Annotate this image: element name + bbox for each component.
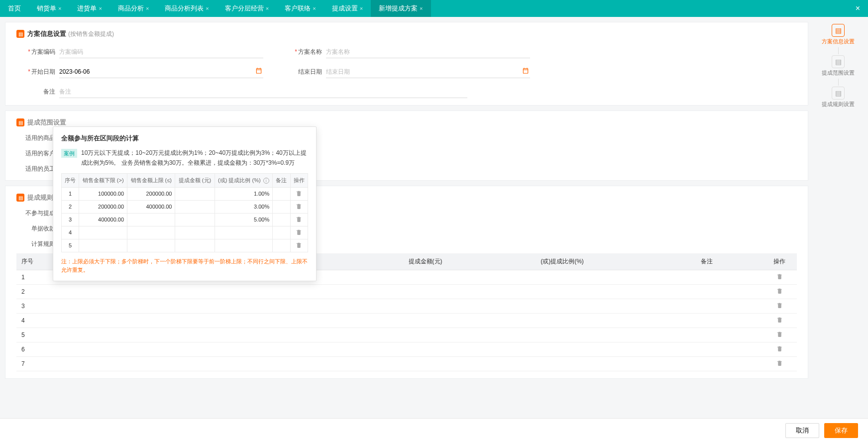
- plan-name-input[interactable]: [326, 45, 530, 58]
- td[interactable]: [243, 285, 404, 299]
- delete-icon[interactable]: [296, 230, 302, 236]
- tab-close-icon[interactable]: ×: [206, 0, 209, 17]
- tab-8[interactable]: 新增提成方案×: [371, 0, 431, 17]
- top-tab-bar: 首页销货单×进货单×商品分析×商品分析列表×客户分层经营×客户联络×提成设置×新…: [0, 0, 868, 17]
- td[interactable]: [536, 270, 696, 285]
- anchor-item-1[interactable]: ▤提成范围设置: [813, 55, 863, 77]
- tab-4[interactable]: 商品分析列表×: [157, 0, 217, 17]
- anchor-item-0[interactable]: ▤方案信息设置: [813, 24, 863, 45]
- td: [762, 270, 797, 285]
- tab-close-icon[interactable]: ×: [58, 0, 61, 17]
- td[interactable]: [536, 299, 696, 314]
- table-row: 3400000.005.00%: [62, 213, 308, 226]
- delete-icon[interactable]: [776, 289, 783, 296]
- table-row: 7: [16, 357, 797, 371]
- tab-0[interactable]: 首页: [0, 0, 29, 17]
- delete-icon[interactable]: [776, 303, 783, 310]
- tab-1[interactable]: 销货单×: [29, 0, 69, 17]
- th: 备注: [273, 173, 290, 187]
- td[interactable]: [83, 314, 243, 328]
- td[interactable]: [696, 342, 762, 357]
- td: 5: [62, 239, 79, 252]
- td[interactable]: [404, 299, 536, 314]
- td[interactable]: [696, 285, 762, 299]
- td[interactable]: [404, 328, 536, 342]
- td[interactable]: [696, 328, 762, 342]
- td[interactable]: [243, 342, 404, 357]
- td[interactable]: [536, 328, 696, 342]
- field-label: 适用的客户: [16, 149, 55, 158]
- td[interactable]: [696, 299, 762, 314]
- td[interactable]: [404, 357, 536, 371]
- panel-title: 方案信息设置: [27, 29, 66, 38]
- td[interactable]: [243, 299, 404, 314]
- delete-icon[interactable]: [776, 318, 783, 325]
- tab-7[interactable]: 提成设置×: [324, 0, 371, 17]
- panel-subtitle: (按销售金额提成): [68, 30, 114, 38]
- td[interactable]: [404, 285, 536, 299]
- field-label: 计算规则: [16, 240, 55, 248]
- delete-icon[interactable]: [296, 218, 302, 223]
- td[interactable]: [536, 285, 696, 299]
- td[interactable]: [243, 314, 404, 328]
- table-row: 4: [62, 226, 308, 239]
- td[interactable]: [536, 314, 696, 328]
- remark-input[interactable]: [59, 85, 467, 98]
- tab-2[interactable]: 进货单×: [69, 0, 109, 17]
- delete-icon[interactable]: [776, 346, 783, 353]
- td[interactable]: [696, 314, 762, 328]
- td[interactable]: [404, 270, 536, 285]
- tab-3[interactable]: 商品分析×: [110, 0, 157, 17]
- td: [215, 226, 273, 239]
- field-label: 方案编码: [31, 48, 55, 55]
- td[interactable]: [83, 342, 243, 357]
- td[interactable]: [243, 357, 404, 371]
- field-label: 不参与提成: [16, 209, 55, 218]
- td[interactable]: [536, 357, 696, 371]
- td: 3: [16, 299, 83, 314]
- field-label: 备注: [43, 88, 55, 95]
- tab-close-icon[interactable]: ×: [313, 0, 316, 17]
- plan-code-input[interactable]: [59, 45, 263, 58]
- td[interactable]: [404, 314, 536, 328]
- td[interactable]: [696, 357, 762, 371]
- anchor-label: 提成范围设置: [813, 69, 863, 77]
- td[interactable]: [536, 342, 696, 357]
- td[interactable]: [243, 328, 404, 342]
- delete-icon[interactable]: [296, 192, 302, 198]
- delete-icon[interactable]: [296, 205, 302, 211]
- tab-close-icon[interactable]: ×: [266, 0, 269, 17]
- tab-close-icon[interactable]: ×: [146, 0, 149, 17]
- tab-close-icon[interactable]: ×: [99, 0, 102, 17]
- tab-6[interactable]: 客户联络×: [277, 0, 324, 17]
- delete-icon[interactable]: [776, 361, 783, 368]
- delete-icon[interactable]: [776, 274, 783, 281]
- td[interactable]: [83, 357, 243, 371]
- td[interactable]: [83, 299, 243, 314]
- th: (或) 提成比例 (%) i: [215, 173, 273, 187]
- table-row: 5: [16, 328, 797, 342]
- td[interactable]: [696, 270, 762, 285]
- td: [127, 226, 175, 239]
- anchor-nav: ▤方案信息设置▤提成范围设置▤提成规则设置: [813, 22, 863, 413]
- delete-icon[interactable]: [296, 243, 302, 249]
- field-label: 适用的商品: [16, 134, 55, 142]
- anchor-item-2[interactable]: ▤提成规则设置: [813, 87, 863, 108]
- info-icon: i: [263, 178, 269, 184]
- tab-5[interactable]: 客户分层经营×: [217, 0, 277, 17]
- td: 5: [16, 328, 83, 342]
- td: [290, 200, 308, 213]
- th: 提成金额 (元): [175, 173, 215, 187]
- td[interactable]: [83, 285, 243, 299]
- start-date-input[interactable]: [59, 65, 263, 78]
- table-row: 5: [62, 239, 308, 252]
- td: [273, 213, 290, 226]
- tabs-close-all-icon[interactable]: ×: [852, 0, 864, 17]
- end-date-input[interactable]: [326, 65, 530, 78]
- td[interactable]: [404, 342, 536, 357]
- delete-icon[interactable]: [776, 332, 783, 339]
- td[interactable]: [83, 328, 243, 342]
- tab-close-icon[interactable]: ×: [420, 0, 423, 17]
- th: 提成金额(元): [404, 253, 536, 270]
- tab-close-icon[interactable]: ×: [360, 0, 363, 17]
